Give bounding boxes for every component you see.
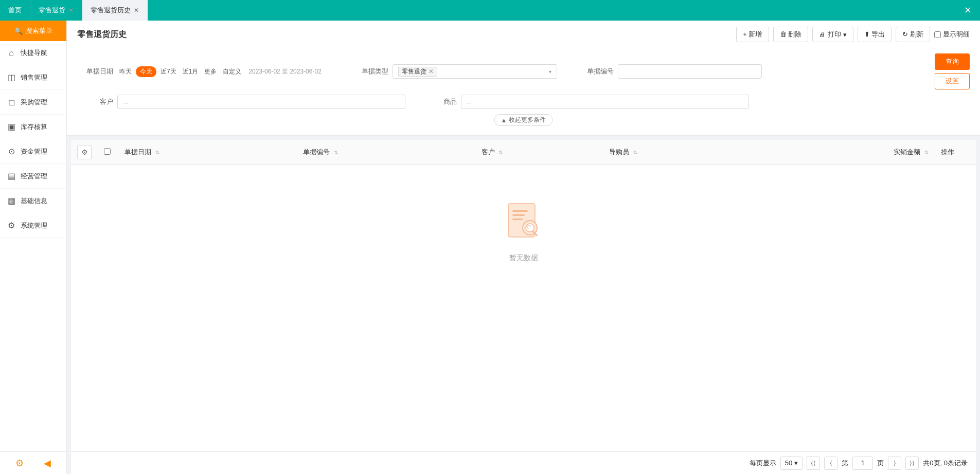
goods-label: 商品 bbox=[421, 97, 457, 106]
voucher-type-select[interactable]: 零售退货 ✕ ▾ bbox=[393, 64, 557, 79]
col-action: 操作 bbox=[935, 140, 976, 165]
date-range-display: 2023-06-02 至 2023-06-02 bbox=[248, 67, 321, 76]
show-detail-checkbox[interactable] bbox=[934, 31, 941, 38]
sidebar-item-basic-info[interactable]: ▦ 基础信息 bbox=[0, 189, 66, 213]
table-settings-th: ⚙ bbox=[71, 140, 98, 165]
window-close-button[interactable]: ✕ bbox=[956, 5, 980, 16]
per-page-label: 每页显示 bbox=[750, 459, 776, 468]
print-button[interactable]: 🖨 打印 ▾ bbox=[812, 27, 853, 42]
page-first-button[interactable]: ⟨⟨ bbox=[807, 457, 820, 470]
content-area: 零售退货历史 + 新增 🗑 删除 🖨 打印 ▾ ⬆ 导出 ↻ 刷新 显示明细 bbox=[67, 21, 980, 474]
system-icon: ⚙ bbox=[6, 221, 16, 230]
finance-icon: ⊙ bbox=[6, 147, 16, 156]
delete-button[interactable]: 🗑 删除 bbox=[773, 27, 809, 42]
goods-input[interactable]: ... bbox=[461, 95, 749, 109]
table-container: ⚙ 单据日期 ⇅ 单据编号 ⇅ bbox=[71, 140, 976, 474]
tab-home[interactable]: 首页 bbox=[0, 0, 30, 21]
col-guide: 导购员 ⇅ bbox=[603, 140, 756, 165]
refresh-button[interactable]: ↻ 刷新 bbox=[896, 27, 930, 42]
filter-row-2: 客户 ... 商品 ... bbox=[77, 95, 970, 109]
settings-button[interactable]: 设置 bbox=[935, 73, 970, 89]
col-amount-label: 实销金额 bbox=[894, 148, 920, 156]
query-button[interactable]: 查询 bbox=[935, 53, 970, 70]
voucher-type-dropdown-icon[interactable]: ▾ bbox=[549, 69, 551, 75]
collapse-filter-button[interactable]: ▲ 收起更多条件 bbox=[494, 114, 553, 126]
col-amount-sort-icon[interactable]: ⇅ bbox=[924, 150, 929, 155]
date-opt-yesterday[interactable]: 昨天 bbox=[117, 66, 134, 77]
data-table: ⚙ 单据日期 ⇅ 单据编号 ⇅ bbox=[71, 140, 976, 165]
table-wrapper: ⚙ 单据日期 ⇅ 单据编号 ⇅ bbox=[71, 140, 976, 451]
show-detail-checkbox-label[interactable]: 显示明细 bbox=[934, 30, 970, 39]
tab-list: 首页 零售退货 ✕ 零售退货历史 ✕ bbox=[0, 0, 956, 21]
column-settings-button[interactable]: ⚙ bbox=[77, 145, 92, 159]
date-opt-custom[interactable]: 自定义 bbox=[221, 66, 243, 77]
col-date-sort-icon[interactable]: ⇅ bbox=[155, 150, 159, 155]
col-date: 单据日期 ⇅ bbox=[118, 140, 297, 165]
date-options: 昨天 今天 近7天 近1月 更多 自定义 bbox=[117, 66, 243, 77]
home-icon: ⌂ bbox=[6, 48, 16, 58]
date-opt-more[interactable]: 更多 bbox=[202, 66, 219, 77]
search-icon: 🔍 bbox=[14, 27, 23, 35]
customer-input[interactable]: ... bbox=[117, 95, 405, 109]
sidebar-item-inventory[interactable]: ▣ 库存核算 bbox=[0, 115, 66, 139]
col-guide-label: 导购员 bbox=[609, 148, 629, 156]
tab-retail-return-history-close[interactable]: ✕ bbox=[134, 7, 139, 14]
sidebar-item-quick-nav[interactable]: ⌂ 快捷导航 bbox=[0, 41, 66, 65]
page-number-input[interactable]: 1 bbox=[852, 457, 873, 470]
page-actions: + 新增 🗑 删除 🖨 打印 ▾ ⬆ 导出 ↻ 刷新 显示明细 bbox=[736, 27, 970, 42]
inventory-icon: ▣ bbox=[6, 122, 16, 132]
col-date-label: 单据日期 bbox=[124, 148, 151, 156]
sidebar-item-purchase[interactable]: ◻ 采购管理 bbox=[0, 90, 66, 115]
page-header: 零售退货历史 + 新增 🗑 删除 🖨 打印 ▾ ⬆ 导出 ↻ 刷新 显示明细 bbox=[67, 21, 980, 136]
pagination-bar: 每页显示 50 ▾ ⟨⟨ ⟨ 第 1 页 ⟩ ⟩⟩ 共0页, 0条记录 bbox=[71, 451, 976, 474]
col-number-sort-icon[interactable]: ⇅ bbox=[334, 150, 338, 155]
select-all-checkbox[interactable] bbox=[104, 148, 111, 155]
empty-state: 暂无数据 bbox=[71, 165, 976, 294]
per-page-dropdown-icon[interactable]: ▾ bbox=[794, 459, 798, 467]
settings-icon[interactable]: ⚙ bbox=[15, 458, 24, 469]
col-amount: 实销金额 ⇅ bbox=[756, 140, 935, 165]
page-title-row: 零售退货历史 + 新增 🗑 删除 🖨 打印 ▾ ⬆ 导出 ↻ 刷新 显示明细 bbox=[77, 27, 970, 42]
sidebar-item-finance[interactable]: ⊙ 资金管理 bbox=[0, 139, 66, 164]
basic-info-icon: ▦ bbox=[6, 196, 16, 206]
collapse-row: ▲ 收起更多条件 bbox=[77, 114, 970, 126]
voucher-number-label: 单据编号 bbox=[578, 67, 614, 76]
col-guide-sort-icon[interactable]: ⇅ bbox=[633, 150, 637, 155]
date-opt-1month[interactable]: 近1月 bbox=[181, 66, 201, 77]
collapse-icon: ▲ bbox=[501, 117, 507, 124]
filter-area: 单据日期 昨天 今天 近7天 近1月 更多 自定义 2023-06-02 至 2… bbox=[77, 48, 970, 135]
sidebar-search[interactable]: 🔍 搜索菜单 bbox=[0, 21, 66, 41]
sidebar-nav: ⌂ 快捷导航 ◫ 销售管理 ◻ 采购管理 ▣ 库存核算 ⊙ 资金管理 ▤ 经营管… bbox=[0, 41, 66, 451]
page-label: 第 bbox=[842, 459, 848, 468]
sidebar-item-sales[interactable]: ◫ 销售管理 bbox=[0, 65, 66, 90]
voucher-type-tag-close[interactable]: ✕ bbox=[429, 68, 434, 75]
empty-text: 暂无数据 bbox=[509, 253, 538, 263]
tab-retail-return[interactable]: 零售退货 ✕ bbox=[30, 0, 82, 21]
tab-retail-return-close[interactable]: ✕ bbox=[68, 7, 74, 14]
per-page-select[interactable]: 50 ▾ bbox=[780, 457, 803, 470]
print-dropdown-icon[interactable]: ▾ bbox=[843, 31, 847, 39]
col-customer-sort-icon[interactable]: ⇅ bbox=[498, 150, 503, 155]
page-last-button[interactable]: ⟩⟩ bbox=[905, 457, 919, 470]
voucher-type-label: 单据类型 bbox=[352, 67, 388, 76]
svg-rect-1 bbox=[512, 210, 528, 212]
top-bar: 首页 零售退货 ✕ 零售退货历史 ✕ ✕ bbox=[0, 0, 980, 21]
filter-row-1: 单据日期 昨天 今天 近7天 近1月 更多 自定义 2023-06-02 至 2… bbox=[77, 53, 970, 89]
collapse-sidebar-icon[interactable]: ◀ bbox=[44, 458, 51, 469]
svg-rect-2 bbox=[512, 214, 525, 216]
date-opt-7days[interactable]: 近7天 bbox=[158, 66, 179, 77]
tab-retail-return-history[interactable]: 零售退货历史 ✕ bbox=[82, 0, 148, 21]
col-number-label: 单据编号 bbox=[303, 148, 330, 156]
main-layout: 🔍 搜索菜单 ⌂ 快捷导航 ◫ 销售管理 ◻ 采购管理 ▣ 库存核算 ⊙ 资金管 bbox=[0, 21, 980, 474]
page-prev-button[interactable]: ⟨ bbox=[824, 457, 838, 470]
page-title: 零售退货历史 bbox=[77, 29, 127, 40]
col-customer: 客户 ⇅ bbox=[475, 140, 603, 165]
add-button[interactable]: + 新增 bbox=[736, 27, 769, 42]
page-next-button[interactable]: ⟩ bbox=[888, 457, 901, 470]
sidebar-item-operations[interactable]: ▤ 经营管理 bbox=[0, 164, 66, 189]
sidebar: 🔍 搜索菜单 ⌂ 快捷导航 ◫ 销售管理 ◻ 采购管理 ▣ 库存核算 ⊙ 资金管 bbox=[0, 21, 67, 474]
sidebar-item-system[interactable]: ⚙ 系统管理 bbox=[0, 213, 66, 238]
voucher-number-input[interactable] bbox=[618, 64, 762, 79]
date-opt-today[interactable]: 今天 bbox=[136, 66, 156, 77]
export-button[interactable]: ⬆ 导出 bbox=[858, 27, 892, 42]
